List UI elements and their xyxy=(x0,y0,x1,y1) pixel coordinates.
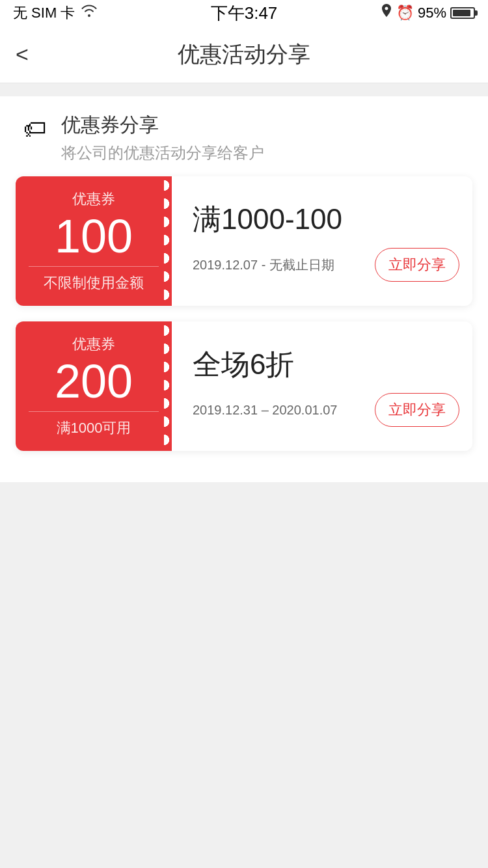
bottom-area xyxy=(0,482,488,807)
section-subtitle: 将公司的优惠活动分享给客户 xyxy=(61,142,264,163)
battery-icon xyxy=(450,7,475,19)
alarm-icon: ⏰ xyxy=(396,5,414,21)
share-button-2[interactable]: 立即分享 xyxy=(375,393,459,427)
coupon-label-2: 优惠券 xyxy=(72,334,115,354)
section-text-wrap: 优惠券分享 将公司的优惠活动分享给客户 xyxy=(61,112,264,163)
coupon-left-1: 优惠券 100 不限制使用金额 xyxy=(16,176,172,306)
coupon-meta-2: 2019.12.31 – 2020.01.07 立即分享 xyxy=(193,393,459,427)
status-bar: 无 SIM 卡 下午3:47 ⏰ 95% xyxy=(0,0,488,26)
coupon-label-1: 优惠券 xyxy=(72,189,115,209)
nav-title: 优惠活动分享 xyxy=(178,40,310,70)
nav-bar: < 优惠活动分享 xyxy=(0,26,488,83)
coupon-name-1: 满1000-100 xyxy=(193,200,459,239)
coupon-right-1: 满1000-100 2019.12.07 - 无截止日期 立即分享 xyxy=(172,176,472,306)
coupon-list: 优惠券 100 不限制使用金额 满1000-100 2019.12.07 - 无… xyxy=(0,176,488,482)
status-left: 无 SIM 卡 xyxy=(13,3,98,23)
location-icon xyxy=(381,4,392,22)
carrier-label: 无 SIM 卡 xyxy=(13,3,75,23)
coupon-condition-1: 不限制使用金额 xyxy=(44,273,144,293)
section-header: 🏷 优惠券分享 将公司的优惠活动分享给客户 xyxy=(0,96,488,176)
section-icon: 🏷 xyxy=(20,113,51,144)
coupon-divider-2 xyxy=(29,411,159,412)
coupon-card-1: 优惠券 100 不限制使用金额 满1000-100 2019.12.07 - 无… xyxy=(16,176,472,306)
back-button[interactable]: < xyxy=(16,42,29,67)
status-time: 下午3:47 xyxy=(211,2,278,25)
coupon-card-2: 优惠券 200 满1000可用 全场6折 2019.12.31 – 2020.0… xyxy=(16,321,472,451)
coupon-amount-2: 200 xyxy=(55,358,133,405)
section-title: 优惠券分享 xyxy=(61,112,264,139)
coupon-condition-2: 满1000可用 xyxy=(57,418,131,438)
coupon-divider-1 xyxy=(29,266,159,267)
coupon-meta-1: 2019.12.07 - 无截止日期 立即分享 xyxy=(193,248,459,282)
status-right: ⏰ 95% xyxy=(381,4,475,22)
coupon-right-2: 全场6折 2019.12.31 – 2020.01.07 立即分享 xyxy=(172,321,472,451)
coupon-name-2: 全场6折 xyxy=(193,346,459,384)
coupon-left-2: 优惠券 200 满1000可用 xyxy=(16,321,172,451)
share-button-1[interactable]: 立即分享 xyxy=(375,248,459,282)
coupon-date-1: 2019.12.07 - 无截止日期 xyxy=(193,256,367,274)
wifi-icon xyxy=(80,5,98,21)
coupon-amount-1: 100 xyxy=(55,213,133,260)
battery-percent: 95% xyxy=(418,5,446,21)
coupon-date-2: 2019.12.31 – 2020.01.07 xyxy=(193,403,367,418)
section-gap-top xyxy=(0,83,488,96)
